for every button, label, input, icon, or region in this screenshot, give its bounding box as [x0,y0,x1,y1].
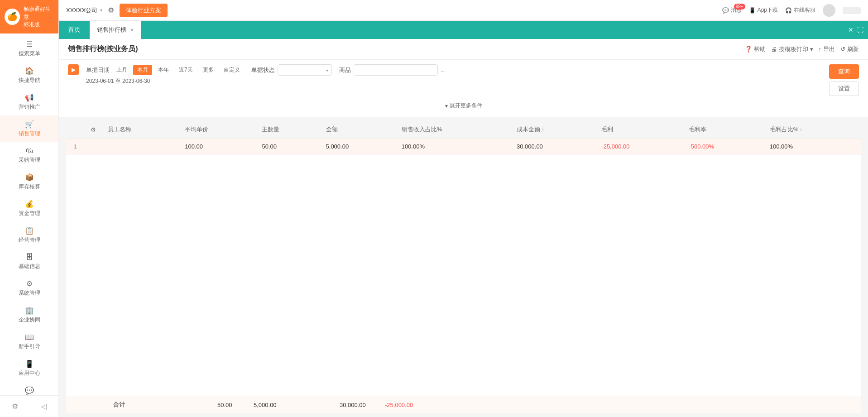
sidebar-label-search-order: 搜索菜单 [19,50,40,58]
cell-avg-price-0: 100.00 [179,139,256,155]
sidebar-item-sales[interactable]: 🛒销售管理 [0,115,58,142]
sidebar-item-finance[interactable]: 💰资金管理 [0,195,58,222]
sidebar-item-purchase[interactable]: 🛍采购管理 [0,142,58,168]
sidebar-item-system[interactable]: ⚙系统管理 [0,275,58,302]
message-btn[interactable]: 💬 消息 99+ [722,6,742,14]
message-icon: 💬 [722,7,729,14]
sidebar-item-guide[interactable]: 📖新手引导 [0,328,58,355]
status-select-wrap [278,64,332,76]
company-name: XXXXX公司 [66,6,97,14]
sidebar-icon-quick-nav: 🏠 [25,67,34,75]
date-quick-btn-本年[interactable]: 本年 [154,65,173,75]
cell-settings-0 [84,139,102,155]
sidebar-item-collab[interactable]: 🏢企业协同 [0,302,58,328]
col-header-name: 员工名称 [102,121,179,139]
cell-name-0 [102,139,179,155]
query-button[interactable]: 查询 [829,64,859,79]
sidebar-icon-operations: 📋 [25,226,34,235]
app-download-icon: 📱 [749,7,756,14]
col-header-settings[interactable]: ⚙ [84,121,102,139]
table-footer: 合计 50.00 5,000.00 30,000.00 -25,000.00 [66,396,861,413]
page-title: 销售排行榜(按业务员) [68,44,138,54]
help-btn[interactable]: ❓ 帮助 [745,45,766,53]
refresh-btn[interactable]: ↺ 刷新 [840,45,859,53]
date-quick-btn-自定义[interactable]: 自定义 [220,65,244,75]
topbar-settings-icon[interactable]: ⚙ [108,6,114,14]
status-filter-label: 单据状态 [251,66,275,74]
tab-home[interactable]: 首页 [59,21,90,39]
sidebar-settings-btn[interactable]: ⚙ [8,400,22,412]
cell-sales-pct-0: 100.00% [396,139,511,155]
cell-cost-0: 30,000.00 [511,139,596,155]
goods-more-btn[interactable]: ... [441,67,445,73]
sidebar-icon-system: ⚙ [26,279,33,288]
sidebar-collapse-btn[interactable]: ◁ [38,400,50,412]
filter-row: ▶ 单据日期 上月本月本年近7天更多自定义 单据状态 [68,64,859,96]
cost-info-icon[interactable]: ℹ [542,127,544,132]
sidebar-icon-wechat: 💬 [25,386,34,395]
sidebar: 🍊 畅康通好生意 标准版 ☰搜索菜单🏠快捷导航📢营销推广🛒销售管理🛍采购管理📦库… [0,0,59,417]
tab-sales-ranking[interactable]: 销售排行榜 ✕ [90,21,141,39]
sidebar-label-base-info: 基础信息 [19,263,40,270]
export-btn[interactable]: ↑ 导出 [819,45,835,53]
sidebar-item-search-order[interactable]: ☰搜索菜单 [0,35,58,62]
tab-close-icon[interactable]: ✕ [130,27,134,33]
sidebar-item-inventory[interactable]: 📦库存核算 [0,168,58,195]
footer-quantity: 50.00 [212,402,248,408]
sidebar-item-base-info[interactable]: 🗄基础信息 [0,249,58,275]
table-body: 1 100.00 50.00 5,000.00 100.00% 30,000.0… [66,139,861,155]
settings-button[interactable]: 设置 [829,81,859,96]
sidebar-icon-app-center: 📱 [25,359,34,368]
expand-row: ▾ 展开更多条件 [68,99,859,112]
tab-label: 销售排行榜 [97,26,126,34]
filter-expand-arrow[interactable]: ▶ [68,64,79,75]
sidebar-label-finance: 资金管理 [19,210,40,217]
date-quick-btn-上月[interactable]: 上月 [112,65,131,75]
sidebar-item-wechat[interactable]: 💬企业微信 [0,382,58,395]
tab-minimize-icon[interactable]: ✕ [848,26,854,34]
table-area: ⚙ 员工名称 平均单价 主数量 全额 销售收入占比% 成本全额 ℹ 毛利 毛利率… [66,121,861,413]
print-icon: 🖨 [771,46,777,53]
logo-text: 畅康通好生意 标准版 [24,5,54,28]
gross-pct-info-icon[interactable]: ℹ [800,127,802,132]
sidebar-item-app-center[interactable]: 📱应用中心 [0,355,58,382]
status-select[interactable] [278,64,332,76]
sidebar-label-collab: 企业协同 [19,316,40,324]
col-header-amount: 全额 [321,121,396,139]
footer-gross: -25,000.00 [379,402,425,408]
date-quick-btn-近7天[interactable]: 近7天 [175,65,197,75]
sidebar-icon-purchase: 🛍 [26,147,33,155]
sidebar-item-quick-nav[interactable]: 🏠快捷导航 [0,62,58,89]
col-header-avg-price: 平均单价 [179,121,256,139]
table-row: 1 100.00 50.00 5,000.00 100.00% 30,000.0… [66,139,861,155]
sidebar-item-operations[interactable]: 📋经营管理 [0,222,58,249]
goods-input[interactable] [354,64,438,76]
online-service-btn[interactable]: 🎧 在线客服 [785,6,815,14]
date-quick-btn-更多[interactable]: 更多 [199,65,218,75]
tabbar-right: ✕ ⛶ [848,26,868,34]
expand-conditions-btn[interactable]: ▾ 展开更多条件 [445,102,482,110]
filter-btn-group: 查询 设置 [829,64,859,96]
experience-button[interactable]: 体验行业方案 [120,4,168,17]
template-print-btn[interactable]: 🖨 按模板打印 ▾ [771,45,813,53]
cell-index-0: 1 [66,139,84,155]
date-range-text: 2023-06-01 至 2023-06-30 [86,78,150,84]
sidebar-label-app-center: 应用中心 [19,369,40,377]
sidebar-icon-marketing: 📢 [25,93,34,102]
sidebar-icon-collab: 🏢 [25,306,34,315]
user-avatar[interactable] [823,4,835,17]
col-header-cost: 成本全额 ℹ [511,121,596,139]
date-quick-btn-本月[interactable]: 本月 [133,65,152,75]
app-download-btn[interactable]: 📱 App下载 [749,6,778,14]
sidebar-label-marketing: 营销推广 [19,103,40,111]
filter-area: ▶ 单据日期 上月本月本年近7天更多自定义 单据状态 [59,60,868,117]
cell-gross-rate-0: -500.00% [683,139,764,155]
topbar-right: 💬 消息 99+ 📱 App下载 🎧 在线客服 [722,4,861,17]
sidebar-item-marketing[interactable]: 📢营销推广 [0,89,58,115]
cell-gross-pct-0: 100.00% [764,139,861,155]
tab-maximize-icon[interactable]: ⛶ [857,26,863,34]
company-selector[interactable]: XXXXX公司 ▾ [66,6,102,14]
sidebar-icon-search-order: ☰ [26,40,33,48]
sidebar-label-guide: 新手引导 [19,343,40,350]
template-chevron-icon: ▾ [810,46,813,53]
